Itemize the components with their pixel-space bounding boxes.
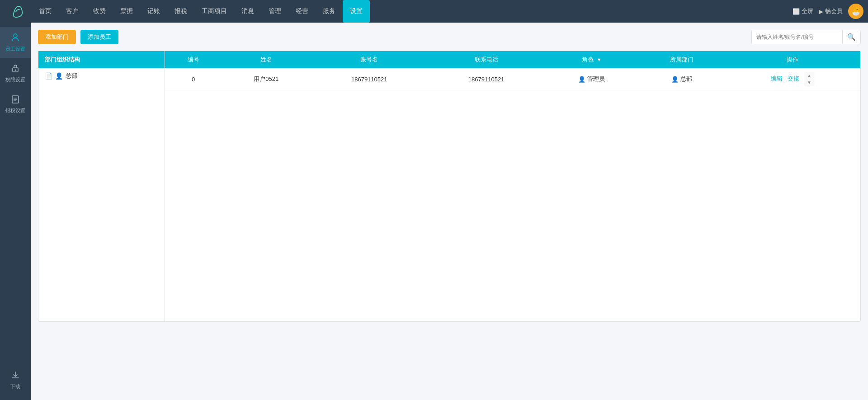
nav-items: 首页 客户 收费 票据 记账 报税 工商项目 消息 管理 经营 服务 设置 xyxy=(32,0,793,23)
dept-item-label: 总部 xyxy=(66,72,77,80)
svg-point-0 xyxy=(14,34,17,38)
nav-item-business[interactable]: 工商项目 xyxy=(194,0,234,23)
sidebar-item-download[interactable]: 下载 xyxy=(0,365,31,395)
dept-badge: 👤 总部 xyxy=(671,75,692,83)
col-dept: 所属部门 xyxy=(639,51,725,68)
col-id: 编号 xyxy=(165,51,222,68)
transfer-link[interactable]: 交接 xyxy=(788,75,799,82)
employee-table: 编号 姓名 账号名 联系电话 角色 ▼ 所属部门 操作 xyxy=(165,51,860,321)
dept-tree-item-root[interactable]: 📄 👤 总部 xyxy=(38,68,165,84)
nav-right: ⬜ 全屏 ▶ 畅会员 🐣 xyxy=(793,4,863,19)
search-button[interactable]: 🔍 xyxy=(842,30,860,44)
top-navigation: 首页 客户 收费 票据 记账 报税 工商项目 消息 管理 经营 服务 设置 ⬜ … xyxy=(0,0,868,23)
dept-user-icon: 👤 xyxy=(55,72,63,80)
svg-point-2 xyxy=(15,70,16,71)
dept-file-icon: 📄 xyxy=(45,72,52,80)
cell-actions: 编辑 交接 ▲ ▼ xyxy=(725,68,860,90)
cell-id: 0 xyxy=(165,68,222,90)
nav-item-accounting[interactable]: 记账 xyxy=(140,0,167,23)
nav-item-bills[interactable]: 票据 xyxy=(113,0,140,23)
nav-item-tax[interactable]: 报税 xyxy=(167,0,194,23)
col-actions: 操作 xyxy=(725,51,860,68)
col-phone: 联系电话 xyxy=(428,51,545,68)
sidebar-label-download: 下载 xyxy=(10,383,20,390)
sidebar-item-permissions[interactable]: 权限设置 xyxy=(0,58,31,89)
add-employee-button[interactable]: 添加员工 xyxy=(80,30,118,44)
sidebar-label-permissions: 权限设置 xyxy=(5,76,25,83)
nav-item-services[interactable]: 服务 xyxy=(316,0,343,23)
sidebar-label-taxsettings: 报税设置 xyxy=(5,107,25,114)
edit-link[interactable]: 编辑 xyxy=(771,75,783,82)
cell-account: 18679110521 xyxy=(311,68,428,90)
sidebar: 员工设置 权限设置 报税设置 xyxy=(0,23,31,400)
download-icon xyxy=(10,370,20,381)
sidebar-bottom: 下载 xyxy=(0,365,31,400)
col-account: 账号名 xyxy=(311,51,428,68)
cell-phone: 18679110521 xyxy=(428,68,545,90)
main-content: 添加部门 添加员工 🔍 部门组织结构 📄 👤 总部 xyxy=(31,23,868,400)
dept-badge-icon: 👤 xyxy=(671,76,679,83)
scroll-up-button[interactable]: ▲ xyxy=(804,72,814,79)
table: 编号 姓名 账号名 联系电话 角色 ▼ 所属部门 操作 xyxy=(165,51,860,90)
permissions-icon xyxy=(10,63,20,75)
user-avatar[interactable]: 🐣 xyxy=(848,4,863,19)
col-role: 角色 ▼ xyxy=(545,51,639,68)
dept-tree: 部门组织结构 📄 👤 总部 xyxy=(38,51,165,321)
col-name: 姓名 xyxy=(222,51,311,68)
content-area: 部门组织结构 📄 👤 总部 编号 姓名 账号名 联系电话 xyxy=(38,51,861,322)
role-badge: 👤 管理员 xyxy=(578,75,605,83)
cell-role: 👤 管理员 xyxy=(545,68,639,90)
nav-item-settings[interactable]: 设置 xyxy=(343,0,370,23)
cell-dept: 👤 总部 xyxy=(639,68,725,90)
main-layout: 员工设置 权限设置 报税设置 xyxy=(0,23,868,400)
nav-item-management[interactable]: 管理 xyxy=(261,0,288,23)
vip-icon: ▶ xyxy=(819,8,823,15)
search-icon: 🔍 xyxy=(847,33,856,41)
nav-item-fee[interactable]: 收费 xyxy=(86,0,113,23)
fullscreen-button[interactable]: ⬜ 全屏 xyxy=(793,7,813,15)
sidebar-item-taxsettings[interactable]: 报税设置 xyxy=(0,89,31,119)
sidebar-item-employee[interactable]: 员工设置 xyxy=(0,27,31,58)
role-filter-icon[interactable]: ▼ xyxy=(597,57,602,62)
table-row: 0 用户0521 18679110521 18679110521 👤 管理员 xyxy=(165,68,860,90)
table-header-row: 编号 姓名 账号名 联系电话 角色 ▼ 所属部门 操作 xyxy=(165,51,860,68)
sidebar-label-employee: 员工设置 xyxy=(5,46,25,52)
nav-item-messages[interactable]: 消息 xyxy=(234,0,261,23)
dept-tree-header: 部门组织结构 xyxy=(38,51,165,68)
nav-item-customer[interactable]: 客户 xyxy=(59,0,86,23)
nav-item-operations[interactable]: 经营 xyxy=(288,0,316,23)
employee-icon xyxy=(10,33,20,44)
taxsettings-icon xyxy=(10,94,20,105)
cell-name: 用户0521 xyxy=(222,68,311,90)
nav-item-home[interactable]: 首页 xyxy=(32,0,59,23)
role-user-icon: 👤 xyxy=(578,76,585,83)
search-input[interactable] xyxy=(752,31,842,43)
toolbar: 添加部门 添加员工 🔍 xyxy=(38,30,861,44)
logo xyxy=(5,3,32,19)
fullscreen-icon: ⬜ xyxy=(793,8,800,15)
vip-button[interactable]: ▶ 畅会员 xyxy=(819,7,843,15)
add-dept-button[interactable]: 添加部门 xyxy=(38,30,76,44)
scroll-down-button[interactable]: ▼ xyxy=(804,79,814,86)
search-box: 🔍 xyxy=(751,30,861,44)
